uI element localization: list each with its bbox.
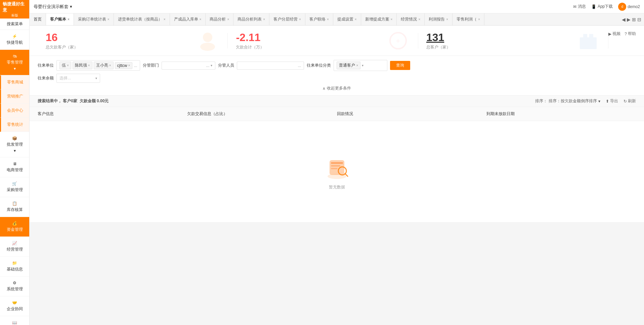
sidebar-item-member[interactable]: 会员中心	[0, 104, 29, 118]
collapse-filter-btn[interactable]: ∧ 收起更多条件	[38, 85, 636, 91]
stats-header: 16 总欠款客户（家） + -2.11 欠款合计（万）	[30, 26, 644, 56]
tab-new-promo[interactable]: 新增提成方案 ×	[361, 13, 397, 26]
col-debt-info: 欠款交易信息（占比）	[187, 111, 337, 117]
sidebar-item-label: 企业协同	[7, 306, 23, 312]
tab-customer-seg-close[interactable]: ×	[299, 17, 301, 21]
sort-selector[interactable]: 排序： 排序：按欠款金额倒序排序 ▾	[535, 98, 600, 104]
sidebar-item-retail-stats[interactable]: 零售统计	[0, 118, 29, 132]
tab-customer-contact[interactable]: 客户联络 ×	[305, 13, 333, 26]
tab-retail-profit[interactable]: 零售利润（ ×	[453, 13, 484, 26]
remainder-filter-select[interactable]: 选择... ▾	[56, 74, 100, 83]
workspace-selector[interactable]: 母婴行业演示帐套 ▾	[34, 4, 72, 10]
stats-header-actions: ▶ 视频 ? 帮助	[608, 31, 636, 37]
tab-product-close[interactable]: ×	[200, 17, 202, 21]
tab-retail-profit-close[interactable]: ×	[478, 17, 480, 21]
filter-tag-2[interactable]: 陈民强 ×	[73, 62, 92, 69]
tab-ops-close[interactable]: ×	[418, 17, 420, 21]
category-tag[interactable]: 普通客户 ×	[337, 62, 360, 69]
tab-purchase-close[interactable]: ×	[108, 17, 110, 21]
svg-rect-6	[589, 34, 593, 39]
tab-purchase-order[interactable]: 采购订单统计表 ×	[74, 13, 114, 26]
debt-value: -2.11	[236, 31, 260, 44]
sidebar-item-ops[interactable]: 📈 经营管理	[0, 237, 29, 257]
collapse-label: 收起更多条件	[327, 85, 351, 91]
sidebar-item-corp-collab[interactable]: 🤝 企业协同	[0, 296, 29, 316]
filter-tag-1[interactable]: 伍 ×	[59, 62, 71, 69]
tab-customers[interactable]: 客户账本 ×	[46, 13, 74, 26]
tab-home[interactable]: 首页	[30, 13, 46, 26]
tab-customers-close[interactable]: ×	[68, 17, 70, 21]
person-filter-select[interactable]: ...	[237, 62, 304, 70]
tab-inbound-close[interactable]: ×	[164, 17, 166, 21]
unit-filter-label: 往来单位	[38, 63, 54, 68]
tab-ops-label: 经营情况	[401, 16, 417, 22]
tab-new-promo-close[interactable]: ×	[391, 17, 393, 21]
sidebar-item-finance[interactable]: 💰 资金管理	[0, 217, 29, 237]
category-filter-select[interactable]: 普通客户 × ▾	[334, 60, 387, 71]
sidebar-item-retail-mgmt[interactable]: 🛍 零售管理 ▾	[0, 50, 29, 75]
dept-more[interactable]: ...	[206, 63, 209, 68]
filter-tag-4-close[interactable]: ×	[128, 64, 130, 67]
sidebar-item-marketing[interactable]: 营销推广	[0, 89, 29, 104]
tab-customer-seg[interactable]: 客户分层经营 ×	[269, 13, 305, 26]
sidebar-item-purchase[interactable]: 🛒 采购管理	[0, 177, 29, 197]
units-bg-icon	[578, 31, 598, 51]
message-btn[interactable]: ✉ 消息	[573, 4, 586, 9]
tab-profit-report[interactable]: 利润报告 ×	[425, 13, 453, 26]
tab-promo-settings[interactable]: 提成设置 ×	[333, 13, 361, 26]
tab-new-promo-label: 新增提成方案	[365, 16, 389, 22]
sidebar-item-retail-shop[interactable]: 零售商城	[0, 75, 29, 89]
sidebar-search[interactable]: 搜索菜单	[0, 19, 29, 30]
unit-filter-input[interactable]: 伍 × 陈民强 × 王小亮 × cjttcw × ...	[56, 60, 140, 71]
app-download-btn[interactable]: 📱 App下载	[591, 4, 613, 9]
export-icon: ⬆	[606, 99, 609, 104]
filter-tag-3-close[interactable]: ×	[109, 64, 111, 67]
tab-goods-list[interactable]: 商品分析列表 ×	[233, 13, 269, 26]
filter-tag-1-close[interactable]: ×	[67, 64, 69, 67]
tab-profit-close[interactable]: ×	[446, 17, 448, 21]
tab-product-inbound[interactable]: 产成品入库单 ×	[170, 13, 206, 26]
tab-prev-arrow[interactable]: ◀	[622, 17, 626, 22]
tab-goods-list-label: 商品分析列表	[238, 16, 262, 22]
sidebar-item-ecom[interactable]: 🖥 电商管理	[0, 157, 29, 177]
sort-label-text: 排序：	[535, 98, 547, 104]
tab-goods-analysis[interactable]: 商品分析 ×	[206, 13, 233, 26]
export-btn[interactable]: ⬆ 导出	[606, 98, 618, 104]
category-tag-close[interactable]: ×	[356, 64, 358, 67]
refresh-btn[interactable]: ↻ 刷新	[624, 98, 636, 104]
sidebar-item-quick-nav[interactable]: ⚡ 快捷导航	[0, 30, 29, 50]
tab-collapse-icon[interactable]: ⊟	[637, 17, 641, 22]
sidebar-item-label: 会员中心	[7, 108, 23, 113]
sidebar-item-system[interactable]: ⚙ 系统管理	[0, 277, 29, 296]
filter-tags-more[interactable]: ...	[134, 63, 137, 68]
filter-tag-3[interactable]: 王小亮 ×	[94, 62, 114, 69]
video-link[interactable]: ▶ 视频	[608, 31, 620, 37]
help-link[interactable]: ? 帮助	[625, 31, 636, 37]
tab-expand-icon[interactable]: ⊞	[632, 17, 636, 22]
dept-filter-select[interactable]: ... ▾	[162, 62, 215, 70]
tab-next-arrow[interactable]: ▶	[627, 17, 631, 22]
tab-inbound-stats[interactable]: 进货单统计表（按商品） ×	[114, 13, 170, 26]
quick-nav-icon: ⚡	[12, 34, 17, 39]
filter-tag-3-label: 王小亮	[96, 63, 108, 68]
tab-promo-close[interactable]: ×	[355, 17, 357, 21]
sidebar-item-stock[interactable]: 📋 库存核算	[0, 197, 29, 217]
dept-filter-label: 分管部门	[143, 63, 159, 68]
sidebar-item-label: 资金管理	[7, 227, 23, 232]
query-button[interactable]: 查询	[390, 61, 410, 70]
tab-contact-close[interactable]: ×	[327, 17, 329, 21]
sidebar-item-basic-info[interactable]: 📁 基础信息	[0, 257, 29, 277]
tab-goods-close[interactable]: ×	[227, 17, 229, 21]
col-repay-status: 回款情况	[337, 111, 486, 117]
tab-ops-status[interactable]: 经营情况 ×	[397, 13, 425, 26]
filter-tag-2-close[interactable]: ×	[88, 64, 90, 67]
ops-icon: 📈	[12, 241, 17, 246]
category-filter-label: 往来单位分类	[307, 63, 331, 68]
sidebar-item-wholesale[interactable]: 📦 批发管理 ▾	[0, 132, 29, 157]
filter-tag-4[interactable]: cjttcw ×	[115, 62, 133, 69]
sidebar-item-guide[interactable]: 📖 新手引导	[0, 316, 29, 325]
workspace-label: 母婴行业演示帐套	[34, 4, 69, 10]
person-more[interactable]: ...	[298, 63, 301, 68]
user-profile-btn[interactable]: d demo2	[618, 3, 640, 11]
tab-goods-list-close[interactable]: ×	[263, 17, 265, 21]
